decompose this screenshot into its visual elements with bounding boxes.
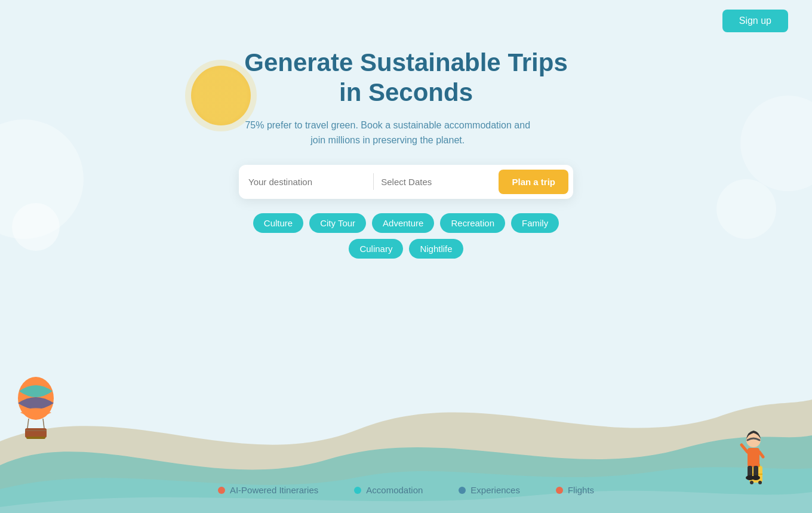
signup-button[interactable]: Sign up [722,10,788,32]
svg-point-23 [459,487,466,494]
main-title: Generate Sustainable Trips in Seconds [244,48,568,108]
tag-adventure[interactable]: Adventure [372,213,434,233]
footer-item-flights: Flights [556,485,594,495]
footer-item-itineraries: AI-Powered Itineraries [218,485,318,495]
main-content: Generate Sustainable Trips in Seconds 75… [0,36,812,259]
svg-rect-13 [748,448,759,467]
footer-label-accommodation: Accomodation [366,485,423,495]
svg-point-17 [752,475,760,480]
svg-rect-4 [25,428,47,438]
footer-label-itineraries: AI-Powered Itineraries [230,485,318,495]
tags-row-2: Culinary Nightlife [349,239,463,259]
footer-label-flights: Flights [568,485,594,495]
svg-point-21 [218,487,225,494]
traveler-figure [734,415,782,489]
svg-point-10 [750,481,753,484]
tag-nightlife[interactable]: Nightlife [409,239,463,259]
hot-air-balloon [12,373,60,441]
dates-input[interactable] [381,177,499,187]
svg-point-11 [758,481,762,484]
destination-input[interactable] [248,177,366,187]
header: Sign up [0,0,812,42]
dot-icon-accommodation [354,487,361,494]
footer-bar: AI-Powered Itineraries Accomodation Expe… [0,485,812,495]
footer-item-experiences: Experiences [459,485,520,495]
subtitle-text: 75% prefer to travel green. Book a susta… [244,118,531,148]
search-divider [373,173,374,190]
tag-culture[interactable]: Culture [253,213,303,233]
search-bar: Plan a trip [239,165,573,199]
tag-family[interactable]: Family [511,213,559,233]
tag-culinary[interactable]: Culinary [349,239,403,259]
svg-point-24 [556,487,563,494]
tag-city-tour[interactable]: City Tour [309,213,366,233]
background-waves [0,322,812,513]
dot-icon-flights [556,487,563,494]
svg-line-19 [742,445,748,452]
tag-recreation[interactable]: Recreation [440,213,505,233]
dot-icon-itineraries [218,487,225,494]
heading-section: Generate Sustainable Trips in Seconds 75… [244,48,568,148]
svg-point-22 [354,487,361,494]
tags-row-1: Culture City Tour Adventure Recreation F… [253,213,559,233]
footer-item-accommodation: Accomodation [354,485,423,495]
plan-trip-button[interactable]: Plan a trip [499,170,568,194]
svg-rect-6 [26,437,45,439]
svg-line-2 [27,419,29,428]
svg-line-20 [759,452,763,457]
dot-icon-experiences [459,487,466,494]
svg-line-3 [43,419,44,428]
footer-label-experiences: Experiences [470,485,520,495]
